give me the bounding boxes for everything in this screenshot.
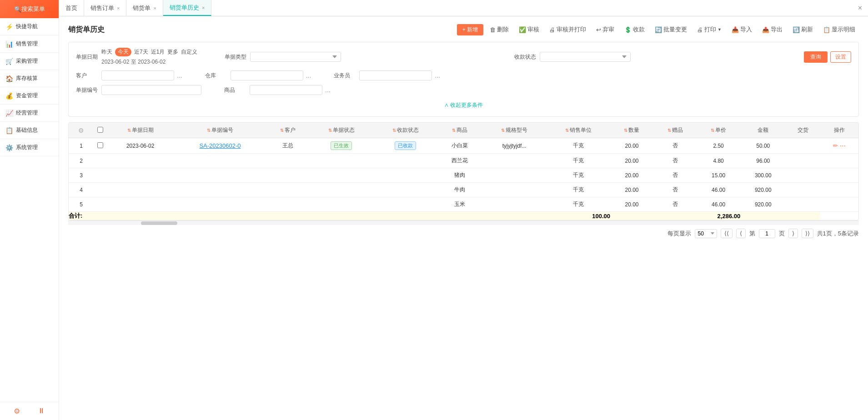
collect-icon: 💲 [624, 26, 632, 33]
edit-row-btn[interactable]: ✏ [833, 142, 838, 149]
col-doc-no[interactable]: ⇅单据编号 [174, 123, 266, 138]
collect-button[interactable]: 💲 收款 [621, 24, 648, 35]
salesperson-ellipsis[interactable]: ... [435, 72, 440, 79]
goods-ellipsis[interactable]: ... [325, 86, 331, 94]
tab-home[interactable]: 首页 [59, 0, 84, 16]
col-gift[interactable]: ⇅赠品 [653, 123, 697, 138]
doc-no-link[interactable]: SA-20230602-0 [199, 142, 241, 149]
finance-mgmt-icon: 💰 [5, 92, 13, 100]
page-input[interactable] [759, 229, 775, 238]
col-doc-date[interactable]: ⇅单据日期 [107, 123, 174, 138]
col-spec-type[interactable]: ⇅规格型号 [482, 123, 547, 138]
filter-warehouse-input[interactable] [231, 70, 303, 80]
shortcut-yesterday[interactable]: 昨天 [101, 48, 112, 56]
col-goods[interactable]: ⇅商品 [437, 123, 482, 138]
td-unit-price: 46.00 [697, 197, 740, 212]
collapse-button[interactable]: ∧ 收起更多条件 [76, 100, 851, 111]
col-qty[interactable]: ⇅数量 [610, 123, 653, 138]
first-page-button[interactable]: ⟨⟨ [721, 229, 733, 238]
sidebar-item-quick-nav[interactable]: ⚡快捷导航 [0, 18, 59, 35]
shortcut-7days[interactable]: 近7天 [134, 48, 148, 56]
tabs-close-all[interactable]: ✕ [858, 5, 868, 11]
tab-close-sales-history[interactable]: × [202, 5, 205, 10]
tab-sales-order[interactable]: 销售订单× [84, 0, 126, 16]
tab-close-sales-order[interactable]: × [117, 5, 120, 11]
abandon-button[interactable]: ↩ 弃审 [592, 24, 618, 35]
show-detail-button[interactable]: 📋 显示明细 [819, 24, 859, 35]
table-row: 1 2023-06-02 SA-20230602-0 王总 已生效 已收款 小白… [69, 138, 858, 154]
td-collect-status [373, 168, 437, 183]
sidebar-item-basic-info[interactable]: 📋基础信息 [0, 122, 59, 139]
filter-date: 单据日期 昨天 今天 近7天 近1月 更多 自定义 2023-06-02 至 2… [76, 48, 197, 66]
filter-salesperson-input[interactable] [359, 70, 432, 80]
audit-button[interactable]: ✅ 审核 [515, 24, 543, 35]
sidebar-bottom: ⚙ ⏸ [0, 402, 59, 420]
collect-status-badge: 已收款 [395, 141, 416, 150]
tab-sales-history[interactable]: 销货单历史× [163, 0, 211, 16]
td-settings: 3 [69, 168, 94, 183]
sidebar-item-purchase-mgmt[interactable]: 🛒采购管理 [0, 53, 59, 70]
last-page-button[interactable]: ⟩⟩ [802, 229, 813, 238]
audit-icon: ✅ [519, 26, 526, 33]
tab-close-sales-goods[interactable]: × [153, 5, 156, 11]
prev-page-button[interactable]: ⟨ [736, 229, 746, 238]
scrollbar-thumb[interactable] [141, 221, 177, 225]
new-button[interactable]: + 新增 [457, 24, 483, 35]
sidebar-collapse-icon[interactable]: ⏸ [38, 407, 45, 415]
horizontal-scrollbar[interactable] [68, 220, 859, 225]
sidebar-item-inventory-calc[interactable]: 🏠库存核算 [0, 70, 59, 87]
td-goods: 玉米 [437, 197, 482, 212]
page-content: 销货单历史 + 新增 🗑 删除 ✅ 审核 🖨 审核并打印 [59, 16, 868, 420]
sys-mgmt-icon: ⚙️ [5, 144, 13, 151]
shortcut-custom[interactable]: 自定义 [181, 48, 197, 56]
filter-doc-type-label: 单据类型 [225, 53, 247, 61]
refresh-button[interactable]: 🔃 刷新 [789, 24, 817, 35]
td-spec-type: tyjyjtyjdf... [482, 138, 547, 154]
col-customer[interactable]: ⇅客户 [266, 123, 310, 138]
sidebar-settings-icon[interactable]: ⚙ [14, 407, 20, 415]
print-button[interactable]: 🖨 打印 ▼ [693, 24, 725, 35]
sidebar-item-sys-mgmt[interactable]: ⚙️系统管理 [0, 139, 59, 156]
table-header-row: ⚙ ⇅单据日期 ⇅单据编号 ⇅客户 ⇅单据状态 ⇅收款状态 ⇅商品 ⇅规格型号 … [69, 123, 858, 138]
import-button[interactable]: 📥 导入 [728, 24, 756, 35]
shortcut-more[interactable]: 更多 [167, 48, 178, 56]
customer-ellipsis[interactable]: ... [177, 72, 182, 79]
col-doc-status[interactable]: ⇅单据状态 [310, 123, 374, 138]
shortcut-today[interactable]: 今天 [115, 48, 131, 56]
td-trade [786, 183, 820, 197]
export-button[interactable]: 📤 导出 [758, 24, 786, 35]
tab-sales-goods[interactable]: 销货单× [126, 0, 163, 16]
settings-button[interactable]: 设置 [830, 51, 851, 63]
print-icon: 🖨 [697, 26, 703, 33]
filter-goods-input[interactable] [250, 85, 322, 95]
filter-customer-input[interactable] [101, 70, 174, 80]
col-collect-status[interactable]: ⇅收款状态 [373, 123, 437, 138]
filter-query-buttons: 查询 设置 [804, 51, 851, 63]
filter-doc-type: 单据类型 [225, 52, 505, 62]
sidebar-item-sales-mgmt[interactable]: 📊销售管理 [0, 35, 59, 53]
filter-date-label: 单据日期 [76, 53, 99, 61]
filter-doc-type-select[interactable] [250, 52, 341, 62]
filter-doc-no-input[interactable] [101, 85, 201, 95]
select-all-checkbox[interactable] [97, 127, 103, 133]
delete-button[interactable]: 🗑 删除 [486, 24, 512, 35]
sidebar-search[interactable]: 🔍 搜索菜单 [0, 0, 59, 18]
settings-gear-icon[interactable]: ⚙ [78, 127, 84, 134]
col-sales-unit[interactable]: ⇅销售单位 [546, 123, 610, 138]
shortcut-1month[interactable]: 近1月 [151, 48, 165, 56]
more-row-btn[interactable]: ⋯ [840, 142, 846, 149]
sidebar-item-finance-mgmt[interactable]: 💰资金管理 [0, 87, 59, 105]
col-settings[interactable]: ⚙ [69, 123, 94, 138]
doc-status-badge: 已生效 [331, 141, 352, 150]
query-button[interactable]: 查询 [804, 51, 828, 63]
page-size-select[interactable]: 50 100 200 [695, 229, 717, 238]
audit-print-button[interactable]: 🖨 审核并打印 [546, 24, 590, 35]
sidebar-item-operations-mgmt[interactable]: 📈经营管理 [0, 105, 59, 122]
batch-change-button[interactable]: 🔄 批量变更 [651, 24, 691, 35]
next-page-button[interactable]: ⟩ [788, 229, 798, 238]
warehouse-ellipsis[interactable]: ... [306, 72, 311, 79]
row-checkbox[interactable] [97, 142, 103, 148]
purchase-mgmt-icon: 🛒 [5, 58, 13, 65]
filter-collect-status-select[interactable] [540, 52, 631, 62]
col-unit-price[interactable]: ⇅单价 [697, 123, 740, 138]
